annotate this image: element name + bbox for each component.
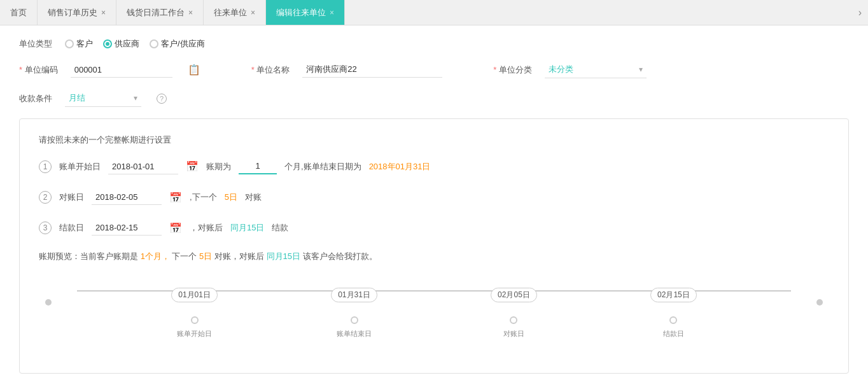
preview-day5: 5日	[199, 251, 212, 261]
reconcile-date-input[interactable]	[92, 190, 162, 205]
timeline-node-2-circle	[510, 316, 517, 324]
timeline-node-3-date: 02月15日	[650, 288, 697, 302]
row-number-2: 2	[39, 191, 52, 204]
preview-period: 1个月，	[141, 251, 170, 261]
row-reconcile-date: 2 对账日 📅 ,下一个 5日 对账	[39, 190, 829, 205]
payment-condition-row: 收款条件 月结 ▾ ?	[19, 90, 849, 107]
tab-edit-partner-label: 编辑往来单位	[276, 7, 326, 18]
unit-type-row: 单位类型 客户 供应商 客户/供应商	[19, 38, 849, 50]
payment-highlight: 同月15日	[230, 222, 264, 234]
preview-suffix3: 该客户会给我打款。	[303, 251, 377, 261]
radio-both-label: 客户/供应商	[161, 38, 205, 50]
unit-code-label: 单位编码	[19, 64, 58, 76]
tab-sales-history-close[interactable]: ×	[101, 8, 106, 17]
tab-edit-partner[interactable]: 编辑往来单位 ×	[266, 0, 345, 25]
radio-customer-circle	[65, 39, 74, 48]
tab-cash-work[interactable]: 钱货日清工作台 ×	[116, 0, 204, 25]
period-unit-text: 个月,账单结束日期为	[284, 161, 361, 172]
unit-category-value: 未分类	[549, 64, 634, 75]
reconcile-highlight: 5日	[225, 192, 237, 203]
card-section: 请按照未来的一个完整帐期进行设置 1 账单开始日 📅 账期为 个月,账单结束日期…	[19, 118, 849, 374]
start-date-label: 账单开始日	[59, 161, 101, 172]
row-number-1: 1	[39, 160, 52, 173]
reconcile-date-label: 对账日	[59, 192, 84, 203]
tab-partner-label: 往来单位	[214, 7, 247, 18]
row-payment-date: 3 结款日 📅 ，对账后 同月15日 结款	[39, 220, 829, 236]
unit-code-input[interactable]	[71, 62, 172, 78]
start-date-input[interactable]	[108, 159, 178, 174]
radio-customer-label: 客户	[76, 38, 93, 50]
help-icon[interactable]: ?	[157, 94, 167, 104]
timeline-node-3-label: 结款日	[663, 329, 684, 339]
tab-scroll-right[interactable]: ›	[852, 0, 868, 25]
period-label: 账期为	[206, 161, 231, 172]
payment-date-input[interactable]	[92, 220, 162, 236]
timeline-node-0-circle	[191, 316, 199, 324]
reconcile-end-text: 对账	[245, 192, 262, 203]
unit-category-arrow: ▾	[639, 65, 643, 74]
timeline-node-3-circle	[669, 316, 677, 324]
preview-prefix: 账期预览：当前客户账期是	[39, 251, 138, 261]
radio-both-circle	[150, 39, 158, 48]
timeline-node-0: 01月01日 账单开始日	[171, 288, 218, 339]
payment-date-cal-icon[interactable]: 📅	[169, 222, 182, 234]
tab-home[interactable]: 首页	[0, 0, 38, 25]
payment-condition-select[interactable]: 月结 ▾	[65, 90, 141, 107]
row-start-date: 1 账单开始日 📅 账期为 个月,账单结束日期为 2018年01月31日	[39, 158, 829, 174]
preview-suffix1: 下一个	[172, 251, 197, 261]
tab-edit-partner-close[interactable]: ×	[330, 8, 334, 17]
timeline-node-2-date: 02月05日	[491, 288, 537, 302]
payment-condition-label: 收款条件	[19, 93, 52, 104]
timeline-end-dot	[816, 299, 823, 306]
radio-supplier-circle	[103, 39, 112, 48]
unit-info-row: 单位编码 📋 单位名称 单位分类 未分类 ▾	[19, 61, 849, 78]
payment-condition-value: 月结	[69, 92, 129, 104]
tab-home-label: 首页	[10, 7, 27, 18]
timeline-node-1: 01月31日 账单结束日	[331, 288, 377, 339]
row-number-3: 3	[39, 222, 52, 234]
tab-cash-work-label: 钱货日清工作台	[127, 7, 185, 18]
timeline-node-2-label: 对账日	[503, 329, 524, 339]
reconcile-suffix: ,下一个	[190, 192, 217, 203]
unit-name-label: 单位名称	[251, 64, 290, 76]
tab-partner[interactable]: 往来单位 ×	[204, 0, 266, 25]
tab-cash-work-close[interactable]: ×	[188, 8, 193, 17]
radio-customer[interactable]: 客户	[65, 38, 93, 50]
timeline: 01月01日 账单开始日 01月31日 账单结束日 02月05日 对账日 02月…	[39, 278, 829, 358]
timeline-start-dot	[45, 299, 52, 306]
unit-category-select[interactable]: 未分类 ▾	[545, 61, 647, 78]
payment-suffix: ，对账后	[190, 222, 223, 234]
unit-code-icon[interactable]: 📋	[188, 64, 200, 76]
unit-category-label: 单位分类	[493, 64, 532, 76]
radio-supplier[interactable]: 供应商	[103, 38, 139, 50]
preview-day15: 同月15日	[267, 251, 300, 261]
preview-text: 账期预览：当前客户账期是 1个月， 下一个 5日 对账，对账后 同月15日 该客…	[39, 251, 829, 262]
timeline-node-2: 02月05日 对账日	[491, 288, 537, 339]
card-title: 请按照未来的一个完整帐期进行设置	[39, 134, 829, 146]
period-input[interactable]	[239, 158, 277, 174]
unit-type-radio-group: 客户 供应商 客户/供应商	[65, 38, 205, 50]
radio-both[interactable]: 客户/供应商	[150, 38, 205, 50]
payment-date-label: 结款日	[59, 222, 84, 234]
timeline-node-1-circle	[351, 316, 358, 324]
timeline-node-1-label: 账单结束日	[337, 329, 372, 339]
timeline-dots: 01月01日 账单开始日 01月31日 账单结束日 02月05日 对账日 02月…	[39, 288, 829, 339]
tab-sales-history[interactable]: 销售订单历史 ×	[38, 0, 116, 25]
preview-suffix2: 对账，对账后	[214, 251, 264, 261]
tab-bar: 首页 销售订单历史 × 钱货日清工作台 × 往来单位 × 编辑往来单位 × ›	[0, 0, 868, 25]
start-date-cal-icon[interactable]: 📅	[186, 160, 199, 172]
timeline-node-0-label: 账单开始日	[177, 329, 212, 339]
unit-type-label: 单位类型	[19, 38, 52, 50]
timeline-node-0-date: 01月01日	[171, 288, 218, 302]
reconcile-date-cal-icon[interactable]: 📅	[169, 192, 182, 204]
tab-sales-history-label: 销售订单历史	[48, 7, 97, 18]
tab-partner-close[interactable]: ×	[251, 8, 255, 17]
timeline-node-3: 02月15日 结款日	[650, 288, 697, 339]
payment-condition-arrow: ▾	[134, 94, 137, 102]
period-end-date: 2018年01月31日	[369, 161, 431, 172]
radio-supplier-label: 供应商	[115, 38, 139, 50]
main-content: 单位类型 客户 供应商 客户/供应商 单位编码 📋 单位名称 单位分类 未	[0, 25, 868, 387]
timeline-node-1-date: 01月31日	[331, 288, 377, 302]
unit-name-input[interactable]	[302, 62, 442, 78]
payment-end-text: 结款	[272, 222, 288, 234]
